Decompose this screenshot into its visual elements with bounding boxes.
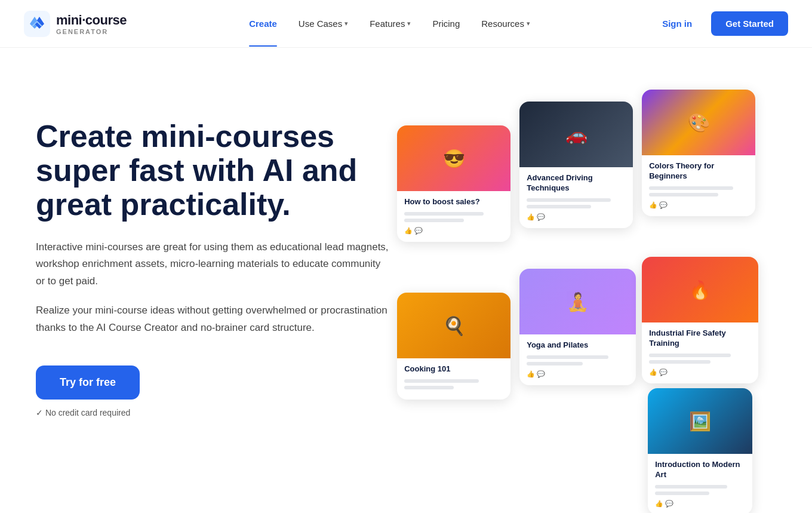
card-title: Industrial Fire Safety Training — [649, 328, 751, 349]
nav-links: Create Use Cases ▾ Features ▾ Pricing Re… — [241, 14, 539, 33]
nav-pricing[interactable]: Pricing — [424, 14, 468, 33]
sign-in-link[interactable]: Sign in — [653, 14, 702, 33]
card-title: How to boost sales? — [404, 197, 503, 207]
try-free-button[interactable]: Try for free — [36, 365, 140, 400]
card-title: Colors Theory for Beginners — [649, 161, 748, 182]
card-image-driving: 🚗 — [519, 102, 633, 167]
card-image-colors: 🎨 — [642, 90, 755, 155]
card-title: Cooking 101 — [404, 364, 503, 374]
card-image-fire: 🔥 — [642, 257, 758, 322]
card-title: Introduction to Modern Art — [655, 460, 745, 480]
hero-content: Create mini-courses super fast with AI a… — [36, 96, 391, 417]
course-card-modern-art: 🖼️ Introduction to Modern Art 👍 💬 — [648, 388, 752, 513]
nav-right: Sign in Get Started — [653, 11, 788, 36]
logo-icon — [24, 11, 50, 37]
nav-features[interactable]: Features ▾ — [361, 14, 419, 33]
nav-resources[interactable]: Resources ▾ — [473, 14, 539, 33]
hero-description-2: Realize your mini-course ideas without g… — [36, 302, 391, 337]
card-image-yoga: 🧘 — [519, 269, 636, 334]
course-card-driving: 🚗 Advanced Driving Techniques 👍 💬 — [519, 102, 633, 228]
navbar: mini·course GENERATOR Create Use Cases ▾… — [0, 0, 812, 48]
hero-section: Create mini-courses super fast with AI a… — [0, 48, 812, 502]
course-card-cooking: 🍳 Cooking 101 — [397, 293, 510, 400]
logo[interactable]: mini·course GENERATOR — [24, 11, 127, 37]
course-card-fire-safety: 🔥 Industrial Fire Safety Training 👍 💬 — [642, 257, 758, 383]
card-image-cooking: 🍳 — [397, 293, 510, 358]
hero-description-1: Interactive mini-courses are great for u… — [36, 239, 391, 291]
card-image-art: 🖼️ — [648, 388, 752, 454]
course-card-boost-sales: 😎 How to boost sales? 👍 💬 — [397, 125, 510, 242]
card-image-boost-sales: 😎 — [397, 125, 510, 191]
chevron-down-icon: ▾ — [527, 20, 530, 27]
brand-name: mini·course — [56, 13, 127, 28]
logo-text: mini·course GENERATOR — [56, 13, 127, 35]
course-card-yoga: 🧘 Yoga and Pilates 👍 💬 — [519, 269, 636, 385]
hero-title: Create mini-courses super fast with AI a… — [36, 119, 391, 222]
nav-create[interactable]: Create — [241, 14, 285, 33]
card-title: Yoga and Pilates — [527, 340, 629, 351]
no-credit-card-note: ✓ No credit card required — [36, 408, 391, 417]
course-card-colors: 🎨 Colors Theory for Beginners 👍 💬 — [642, 90, 755, 216]
nav-use-cases[interactable]: Use Cases ▾ — [290, 14, 356, 33]
chevron-down-icon: ▾ — [407, 20, 411, 27]
get-started-button[interactable]: Get Started — [711, 11, 788, 36]
brand-sub: GENERATOR — [56, 28, 127, 35]
course-cards-mockup: 😎 How to boost sales? 👍 💬 🚗 Advanced Dri… — [391, 102, 776, 436]
card-title: Advanced Driving Techniques — [527, 173, 626, 193]
chevron-down-icon: ▾ — [345, 20, 348, 27]
